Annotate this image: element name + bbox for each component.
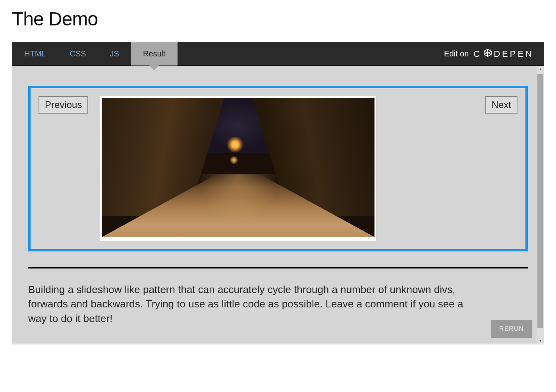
codepen-embed: HTML CSS JS Result Edit on C DEPEN — [12, 42, 544, 344]
codepen-logo: C DEPEN — [473, 48, 534, 60]
tab-result[interactable]: Result — [131, 42, 178, 66]
edit-on-codepen-link[interactable]: Edit on C DEPEN — [444, 48, 544, 60]
codepen-header: HTML CSS JS Result Edit on C DEPEN — [12, 42, 544, 66]
codepen-tabs: HTML CSS JS Result — [12, 42, 178, 66]
tab-js[interactable]: JS — [98, 42, 131, 66]
codepen-logo-text: DEPEN — [494, 49, 534, 59]
scrollbar-thumb[interactable] — [537, 74, 543, 328]
slideshow-container: Previous Next — [28, 86, 528, 251]
divider — [28, 267, 528, 268]
edit-on-label: Edit on — [444, 49, 469, 58]
codepen-result-body: ▴ ▾ Previous Next Building a slideshow l… — [12, 66, 544, 344]
codepen-logo-letter: C — [473, 49, 482, 59]
slideshow-image — [100, 96, 376, 241]
image-path-glow — [197, 174, 279, 223]
previous-button[interactable]: Previous — [39, 96, 88, 114]
codepen-logo-icon — [483, 48, 492, 60]
scrollbar[interactable]: ▴ ▾ — [537, 66, 544, 344]
next-button[interactable]: Next — [485, 96, 517, 114]
tab-css[interactable]: CSS — [58, 42, 98, 66]
scrollbar-down-icon[interactable]: ▾ — [537, 338, 544, 344]
description-text: Building a slideshow like pattern that c… — [28, 282, 528, 326]
scrollbar-up-icon[interactable]: ▴ — [537, 66, 544, 72]
page-title: The Demo — [12, 8, 544, 30]
rerun-button[interactable]: RERUN — [491, 320, 532, 338]
image-streetlight-far — [230, 156, 238, 164]
tab-html[interactable]: HTML — [12, 42, 58, 66]
